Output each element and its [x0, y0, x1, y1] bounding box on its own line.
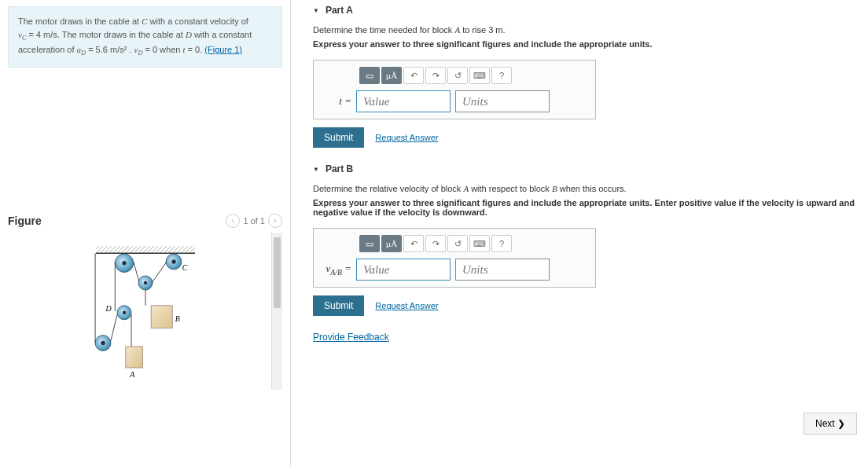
svg-text:B: B: [175, 314, 179, 322]
svg-point-8: [143, 281, 147, 284]
part-a-submit-button[interactable]: Submit: [313, 127, 364, 148]
keyboard-icon[interactable]: ⌨: [469, 67, 490, 84]
svg-line-21: [110, 314, 116, 340]
problem-statement: The motor draws in the cable at C with a…: [8, 6, 282, 68]
figure-scrollbar[interactable]: [271, 233, 282, 390]
part-a-units-input[interactable]: [455, 90, 550, 112]
symbols-button[interactable]: µÅ: [381, 235, 402, 252]
part-a-request-answer[interactable]: Request Answer: [375, 133, 438, 142]
figure-title: Figure: [8, 215, 42, 227]
svg-point-10: [122, 310, 126, 314]
part-b-prompt: Determine the relative velocity of block…: [313, 184, 857, 193]
part-b-units-input[interactable]: [455, 259, 550, 281]
part-b-submit-button[interactable]: Submit: [313, 295, 364, 316]
figure-next-button[interactable]: ›: [268, 214, 282, 228]
part-a-variable-label: t =: [322, 95, 351, 108]
part-b-answer-box: ▭ µÅ ↶ ↷ ↺ ⌨ ? vA/B =: [313, 228, 596, 288]
svg-line-16: [152, 262, 167, 283]
help-button[interactable]: ?: [491, 67, 512, 84]
svg-line-15: [133, 262, 138, 281]
part-a-value-input[interactable]: [356, 90, 451, 112]
svg-text:C: C: [182, 262, 187, 271]
figure-diagram: C D B: [75, 240, 216, 382]
reset-icon[interactable]: ↺: [447, 67, 468, 84]
part-b-request-answer[interactable]: Request Answer: [375, 301, 438, 310]
part-b-variable-label: vA/B =: [322, 262, 351, 277]
svg-text:A: A: [129, 369, 135, 378]
svg-point-12: [101, 340, 105, 344]
part-b-instructions: Express your answer to three significant…: [313, 198, 857, 217]
part-b-header[interactable]: ▼Part B: [313, 163, 857, 174]
collapse-icon: ▼: [313, 7, 319, 14]
template-icon[interactable]: ▭: [359, 67, 380, 84]
redo-icon[interactable]: ↷: [425, 67, 446, 84]
part-a-header[interactable]: ▼Part A: [313, 5, 857, 16]
keyboard-icon[interactable]: ⌨: [469, 235, 490, 252]
part-a-instructions: Express your answer to three significant…: [313, 39, 857, 49]
figure-counter: 1 of 1: [243, 216, 265, 226]
part-a-prompt: Determine the time needed for block A to…: [313, 25, 857, 35]
svg-text:D: D: [105, 304, 111, 313]
svg-point-3: [122, 261, 126, 265]
undo-icon[interactable]: ↶: [403, 235, 424, 252]
next-button[interactable]: Next ❯: [804, 413, 857, 435]
provide-feedback-link[interactable]: Provide Feedback: [313, 332, 389, 343]
redo-icon[interactable]: ↷: [425, 235, 446, 252]
collapse-icon: ▼: [313, 166, 319, 173]
symbols-button[interactable]: µÅ: [381, 67, 402, 84]
figure-prev-button[interactable]: ‹: [226, 214, 240, 228]
part-a-answer-box: ▭ µÅ ↶ ↷ ↺ ⌨ ? t =: [313, 60, 596, 119]
template-icon[interactable]: ▭: [359, 235, 380, 252]
svg-rect-18: [151, 305, 172, 328]
svg-rect-0: [96, 246, 195, 253]
help-button[interactable]: ?: [491, 235, 512, 252]
reset-icon[interactable]: ↺: [447, 235, 468, 252]
undo-icon[interactable]: ↶: [403, 67, 424, 84]
figure-link[interactable]: (Figure 1): [204, 45, 242, 54]
part-b-value-input[interactable]: [356, 259, 451, 281]
svg-point-5: [171, 259, 175, 263]
svg-rect-23: [125, 347, 142, 368]
